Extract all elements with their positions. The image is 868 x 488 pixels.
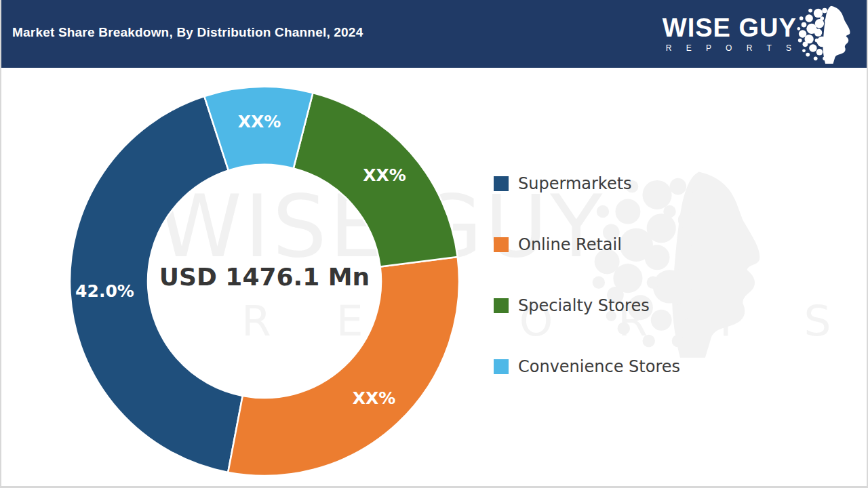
chart-legend: SupermarketsOnline RetailSpecialty Store… bbox=[494, 174, 680, 418]
legend-item-specialty-stores: Specialty Stores bbox=[494, 296, 680, 315]
segment-value-label: 42.0% bbox=[75, 281, 134, 301]
legend-item-supermarkets: Supermarkets bbox=[494, 174, 680, 193]
legend-swatch-icon bbox=[494, 237, 509, 252]
page-title: Market Share Breakdown, By Distribution … bbox=[0, 25, 363, 43]
segment-value-label: XX% bbox=[363, 165, 406, 185]
legend-swatch-icon bbox=[494, 176, 509, 191]
logo: WISE GUY R E P O R T S bbox=[662, 4, 868, 64]
legend-label: Supermarkets bbox=[518, 174, 632, 193]
legend-label: Convenience Stores bbox=[518, 357, 680, 376]
segment-value-label: XX% bbox=[353, 388, 396, 408]
legend-item-convenience-stores: Convenience Stores bbox=[494, 357, 680, 376]
legend-swatch-icon bbox=[494, 359, 509, 374]
legend-label: Specialty Stores bbox=[518, 296, 650, 315]
logo-face-icon bbox=[793, 4, 859, 64]
header-bar: Market Share Breakdown, By Distribution … bbox=[0, 0, 868, 68]
logo-wordmark: WISE GUY R E P O R T S bbox=[662, 15, 797, 53]
chart-center-value: USD 1476.1 Mn bbox=[129, 263, 400, 291]
legend-swatch-icon bbox=[494, 298, 509, 313]
legend-item-online-retail: Online Retail bbox=[494, 235, 680, 254]
donut-chart: 42.0%XX%XX%XX% bbox=[0, 0, 868, 488]
segment-value-label: XX% bbox=[238, 112, 281, 131]
logo-wordmark-main: WISE GUY bbox=[663, 15, 797, 41]
legend-label: Online Retail bbox=[518, 235, 622, 254]
logo-wordmark-sub: R E P O R T S bbox=[662, 43, 797, 53]
